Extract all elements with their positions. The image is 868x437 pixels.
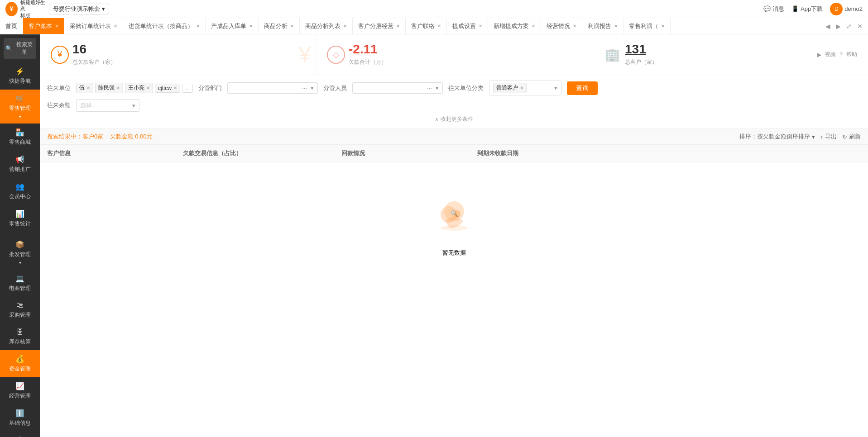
sidebar-item-retail-mgmt[interactable]: 🛒 零售管理 ▾ — [0, 90, 40, 124]
tag-close-2[interactable]: ✕ — [116, 86, 120, 90]
sidebar-item-label: 基础信息 — [9, 419, 31, 427]
sidebar-item-capital[interactable]: 💰 资金管理 — [0, 350, 40, 377]
unit-class-tag[interactable]: 普通客户 ✕ — [493, 83, 527, 93]
capital-icon: 💰 — [15, 355, 24, 363]
unit-class-label: 往来单位分类 — [448, 84, 484, 92]
tab-close-incoming[interactable]: ✕ — [196, 24, 200, 28]
tab-production-storage[interactable]: 产成品入库单 ✕ — [206, 18, 259, 34]
tab-close-retail[interactable]: ✕ — [661, 24, 665, 28]
tab-close-production[interactable]: ✕ — [249, 24, 253, 28]
tab-incoming-stats[interactable]: 进货单统计表（按商品） ✕ — [123, 18, 206, 34]
sidebar-item-system[interactable]: ⚙️ 系统管理 — [0, 432, 40, 437]
person-select[interactable]: ··· ▾ — [352, 82, 443, 94]
col-overdue-date: 到期未收款日期 — [477, 149, 861, 157]
tab-close-contact[interactable]: ✕ — [437, 24, 441, 28]
tab-close-commission[interactable]: ✕ — [479, 24, 482, 28]
tab-goods-analysis-list[interactable]: 商品分析列表 ✕ — [300, 18, 353, 34]
tag-close-4[interactable]: ✕ — [173, 86, 177, 90]
search-menu-button[interactable]: 🔍 搜索菜单 — [4, 38, 36, 59]
nav-prev-button[interactable]: ◀ — [824, 22, 832, 31]
store-selector[interactable]: 母婴行业演示帐套 ▾ — [49, 4, 109, 14]
unit-class-select[interactable]: 普通客户 ✕ ▾ — [489, 81, 561, 95]
empty-icon: 🔍 — [432, 199, 477, 243]
tab-customer-contact[interactable]: 客户联络 ✕ — [406, 18, 447, 34]
user-profile[interactable]: D demo2 — [830, 3, 863, 15]
sidebar-item-marketing[interactable]: 📢 营销推广 — [0, 151, 40, 178]
sidebar-item-retail-stats[interactable]: 📊 零售统计 — [0, 205, 40, 232]
tab-operation[interactable]: 经营情况 ✕ — [541, 18, 582, 34]
summary-card-total-customers: 🏢 131 总客户（家） ▶ 视频 ? 帮助 — [592, 34, 868, 75]
tag-close-3[interactable]: ✕ — [146, 86, 150, 90]
filter-tags: 伍 ✕ 陈民强 ✕ 王小亮 ✕ cjttcw ✕ ... — [76, 83, 193, 93]
tab-home[interactable]: 首页 — [0, 18, 23, 34]
sort-button[interactable]: 排序：按欠款金额倒序排序 ▾ — [739, 133, 815, 141]
avatar: D — [830, 3, 843, 15]
debt-customers-value: 16 — [72, 43, 116, 56]
filter-tag-4[interactable]: cjttcw ✕ — [155, 84, 180, 93]
total-customers-icon: 🏢 — [603, 46, 621, 64]
sidebar-item-basic-info[interactable]: ℹ️ 基础信息 — [0, 404, 40, 432]
tab-close-operation[interactable]: ✕ — [573, 24, 576, 28]
tab-retail-profit[interactable]: 零售利润（ ✕ — [623, 18, 671, 34]
query-button[interactable]: 查询 — [567, 81, 598, 95]
dept-select[interactable]: ··· ▾ — [227, 82, 318, 94]
filter-tag-3[interactable]: 王小亮 ✕ — [125, 83, 153, 93]
tab-close-goods[interactable]: ✕ — [290, 24, 294, 28]
person-dots[interactable]: ··· — [425, 85, 434, 91]
message-button[interactable]: 💬 消息 — [763, 5, 784, 13]
tab-close-profit[interactable]: ✕ — [614, 24, 618, 28]
basic-info-icon: ℹ️ — [15, 409, 24, 418]
col-customer-info: 客户信息 — [47, 149, 183, 157]
tab-commission[interactable]: 提成设置 ✕ — [447, 18, 488, 34]
tab-customer-tier[interactable]: 客户分层经营 ✕ — [353, 18, 406, 34]
nav-close-all-button[interactable]: ✕ — [855, 22, 864, 31]
sidebar-item-purchase[interactable]: 🛍 采购管理 — [0, 297, 40, 323]
tab-label: 采购订单统计表 — [70, 22, 111, 30]
tab-close-tier[interactable]: ✕ — [396, 24, 400, 28]
unit-class-tag-close[interactable]: ✕ — [520, 86, 523, 90]
collapse-button[interactable]: ∧ 收起更多条件 — [435, 115, 473, 123]
tab-close-purchase[interactable]: ✕ — [114, 24, 117, 28]
tab-close-new-commission[interactable]: ✕ — [532, 24, 535, 28]
tab-customer-cost[interactable]: 客户账本 ✕ — [23, 18, 64, 34]
video-button[interactable]: ▶ 视频 — [817, 51, 836, 58]
filter-tag-2[interactable]: 陈民强 ✕ — [95, 83, 123, 93]
sidebar-item-inventory[interactable]: 🗄 库存核算 — [0, 323, 40, 350]
sidebar-item-wholesale[interactable]: 📦 批发管理 ▾ — [0, 236, 40, 270]
sidebar-item-label: 批发管理 — [9, 251, 31, 258]
nav-next-button[interactable]: ▶ — [834, 22, 843, 31]
sidebar: 🔍 搜索菜单 ⚡ 快捷导航 🛒 零售管理 ▾ 🏪 零售商城 📢 营销推广 👥 会… — [0, 34, 40, 437]
help-button[interactable]: ? 帮助 — [839, 51, 857, 58]
store-dropdown-icon: ▾ — [102, 5, 105, 12]
filter-tag-1[interactable]: 伍 ✕ — [76, 83, 93, 93]
tab-new-commission[interactable]: 新增提成方案 ✕ — [488, 18, 541, 34]
balance-arrow: ▾ — [132, 102, 135, 109]
tab-close-goods-list[interactable]: ✕ — [343, 24, 347, 28]
sidebar-item-retail-shop[interactable]: 🏪 零售商城 — [0, 124, 40, 151]
card-bg-icon-1: ¥ — [298, 42, 311, 68]
sidebar-item-ecommerce[interactable]: 💻 电商管理 — [0, 270, 40, 297]
tab-profit-report[interactable]: 利润报告 ✕ — [582, 18, 623, 34]
filter-more-tags[interactable]: ... — [182, 84, 193, 93]
sidebar-item-operation[interactable]: 📈 经营管理 — [0, 377, 40, 404]
results-bar: 搜索结果中：客户0家 欠款金额 0.00元 排序：按欠款金额倒序排序 ▾ ↑ 导… — [40, 129, 868, 145]
balance-select[interactable]: 选择... ▾ — [76, 99, 139, 112]
dept-dots[interactable]: ··· — [300, 85, 309, 91]
app-download-button[interactable]: 📱 App下载 — [791, 5, 823, 13]
sidebar-item-member-center[interactable]: 👥 会员中心 — [0, 178, 40, 205]
unit-label: 往来单位 — [47, 84, 71, 92]
total-customers-label: 总客户（家） — [625, 58, 657, 66]
tab-goods-analysis[interactable]: 商品分析 ✕ — [259, 18, 300, 34]
refresh-button[interactable]: ↻ 刷新 — [842, 133, 861, 141]
nav-expand-button[interactable]: ⤢ — [844, 22, 854, 31]
sort-arrow-icon: ▾ — [812, 133, 815, 140]
tag-close-1[interactable]: ✕ — [86, 86, 90, 90]
purchase-icon: 🛍 — [16, 301, 24, 309]
sidebar-item-quick-nav[interactable]: ⚡ 快捷导航 — [0, 62, 40, 90]
debt-amount-info: -2.11 欠款合计（万） — [349, 43, 387, 66]
tab-purchase-order[interactable]: 采购订单统计表 ✕ — [64, 18, 123, 34]
refresh-label: 刷新 — [849, 133, 861, 141]
tab-close-customer-cost[interactable]: ✕ — [55, 24, 58, 28]
tab-label: 零售利润（ — [629, 22, 658, 30]
export-button[interactable]: ↑ 导出 — [820, 133, 837, 141]
